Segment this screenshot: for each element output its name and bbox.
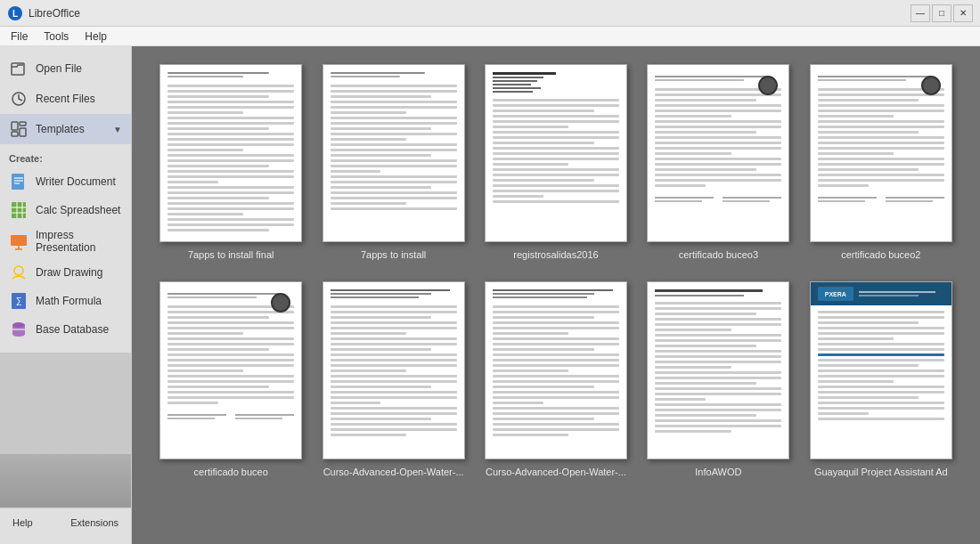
draw-label: Draw Drawing	[36, 266, 102, 279]
open-file-label: Open File	[36, 62, 122, 75]
thumbnail-preview-5	[159, 281, 302, 459]
sidebar-item-open-file[interactable]: Open File	[0, 53, 131, 84]
thumbnails-grid: 7apps to install final	[159, 64, 953, 477]
create-impress-presentation[interactable]: Impress Presentation	[0, 224, 131, 258]
thumbnail-label-1: 7apps to install	[361, 249, 426, 260]
math-label: Math Formula	[36, 295, 102, 307]
thumbnail-preview-7	[485, 281, 627, 459]
close-button[interactable]: ✕	[953, 4, 973, 22]
thumbnail-label-6: Curso-Advanced-Open-Water-...	[323, 467, 464, 477]
templates-label: Templates	[36, 123, 106, 135]
math-icon: ∑	[9, 291, 29, 311]
svg-rect-12	[12, 202, 26, 218]
thumbnail-preview-0	[159, 64, 302, 242]
base-label: Base Database	[36, 323, 109, 336]
thumbnail-cert-buceo[interactable]: certificado buceo	[159, 281, 303, 477]
thumbnail-guayaquil[interactable]: PXERA	[809, 281, 953, 477]
thumbnail-label-5: certificado buceo	[194, 467, 268, 477]
svg-rect-4	[12, 122, 18, 130]
thumbnail-cert-buceo3[interactable]: certificado buceo3	[646, 64, 790, 260]
maximize-button[interactable]: □	[932, 4, 951, 22]
thumbnail-preview-2	[485, 64, 627, 242]
create-writer-document[interactable]: Writer Document	[0, 167, 131, 196]
thumbnail-label-4: certificado buceo2	[841, 249, 920, 260]
thumbnail-preview-6	[323, 281, 465, 459]
thumbnail-cert-buceo2[interactable]: certificado buceo2	[809, 64, 953, 260]
app-title: LibreOffice	[29, 7, 80, 20]
menu-file[interactable]: File	[4, 28, 35, 45]
menu-tools[interactable]: Tools	[37, 28, 76, 45]
sidebar-item-templates[interactable]: Templates ▼	[0, 114, 131, 144]
thumbnail-label-3: certificado buceo3	[679, 249, 758, 260]
thumbnail-curso-2[interactable]: Curso-Advanced-Open-Water-...	[484, 281, 628, 477]
help-button[interactable]: Help	[9, 516, 37, 530]
thumbnail-curso-1[interactable]: Curso-Advanced-Open-Water-...	[321, 281, 465, 477]
minimize-button[interactable]: —	[911, 4, 930, 22]
sidebar-footer: Help Extensions	[0, 507, 131, 537]
svg-rect-6	[20, 128, 26, 136]
templates-dropdown-icon[interactable]: ▼	[113, 125, 122, 134]
recent-files-label: Recent Files	[36, 93, 122, 105]
writer-label: Writer Document	[36, 175, 116, 188]
create-base-database[interactable]: Base Database	[0, 315, 131, 344]
thumbnail-preview-4	[810, 64, 952, 242]
svg-rect-17	[11, 235, 27, 246]
thumbnail-infoawod[interactable]: InfoAWOD	[646, 281, 790, 477]
menu-help[interactable]: Help	[78, 28, 114, 45]
impress-label: Impress Presentation	[36, 229, 122, 254]
svg-rect-5	[20, 122, 26, 126]
open-file-icon	[9, 59, 29, 78]
templates-icon	[9, 119, 29, 139]
thumbnail-label-0: 7apps to install final	[188, 249, 274, 260]
thumbnail-7apps-final[interactable]: 7apps to install final	[159, 64, 303, 260]
menu-bar: File Tools Help	[0, 27, 980, 46]
app-icon: L	[7, 5, 23, 21]
create-math-formula[interactable]: ∑ Math Formula	[0, 287, 131, 315]
extensions-button[interactable]: Extensions	[67, 516, 122, 530]
content-area: 7apps to install final	[132, 46, 980, 544]
thumbnail-7apps[interactable]: 7apps to install	[321, 64, 465, 260]
sidebar-item-recent-files[interactable]: Recent Files	[0, 84, 131, 114]
thumbnail-preview-3	[647, 64, 789, 242]
sidebar: Open File Recent Files Tem	[0, 46, 132, 544]
thumbnail-label-9: Guayaquil Project Assistant Ad	[814, 467, 948, 477]
title-bar-left: L LibreOffice	[7, 5, 80, 21]
thumbnail-registrosalidas[interactable]: registrosalidas2016	[484, 64, 628, 260]
thumbnail-label-2: registrosalidas2016	[513, 249, 598, 260]
thumbnail-preview-1	[323, 64, 465, 242]
window-controls: — □ ✕	[911, 4, 973, 22]
writer-icon	[9, 172, 29, 191]
create-calc-spreadsheet[interactable]: Calc Spreadsheet	[0, 196, 131, 224]
base-icon	[9, 320, 29, 339]
impress-icon	[9, 231, 29, 251]
svg-rect-7	[12, 132, 18, 136]
recent-files-icon	[9, 89, 29, 109]
svg-point-20	[14, 266, 23, 275]
thumbnail-preview-8	[647, 281, 789, 459]
svg-text:L: L	[12, 9, 18, 19]
svg-rect-8	[12, 174, 24, 190]
calc-icon	[9, 200, 29, 220]
main-container: Open File Recent Files Tem	[0, 46, 980, 544]
create-section-label: Create:	[0, 144, 131, 167]
thumbnail-label-7: Curso-Advanced-Open-Water-...	[486, 467, 626, 477]
title-bar: L LibreOffice — □ ✕	[0, 0, 980, 27]
thumbnail-label-8: InfoAWOD	[695, 467, 741, 477]
draw-icon	[9, 263, 29, 282]
svg-text:∑: ∑	[15, 296, 21, 305]
create-draw-drawing[interactable]: Draw Drawing	[0, 258, 131, 287]
thumbnail-preview-9: PXERA	[810, 281, 952, 459]
calc-label: Calc Spreadsheet	[36, 204, 120, 216]
